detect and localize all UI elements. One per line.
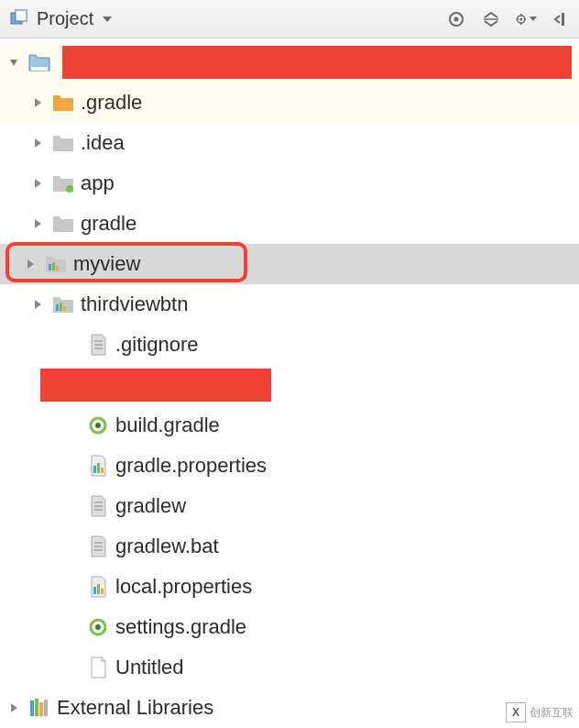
svg-rect-35 — [30, 700, 34, 716]
svg-rect-15 — [63, 306, 66, 311]
gradle-file-icon — [86, 414, 110, 437]
tree-item-label: gradlew — [115, 494, 186, 518]
watermark: X 创新互联 — [506, 702, 574, 722]
folder-icon — [51, 131, 75, 155]
tree-item-gradle-properties[interactable]: gradle.properties — [0, 446, 579, 486]
tree-item-build-gradle[interactable]: build.gradle — [0, 405, 579, 446]
svg-rect-14 — [60, 303, 62, 311]
svg-point-6 — [519, 17, 522, 20]
folder-excluded-icon — [51, 91, 75, 115]
watermark-logo-icon: X — [506, 702, 526, 722]
tree-item-label: build.gradle — [115, 414, 220, 437]
svg-rect-32 — [101, 589, 104, 594]
expand-arrow-icon[interactable] — [29, 138, 46, 149]
svg-rect-21 — [93, 466, 96, 473]
tree-item-label: External Libraries — [57, 696, 213, 720]
svg-rect-38 — [44, 700, 48, 716]
svg-rect-7 — [562, 13, 564, 26]
project-view-icon — [7, 7, 31, 31]
folder-module-icon — [51, 171, 75, 195]
project-toolbar: Project — [0, 0, 579, 39]
text-file-icon — [86, 333, 110, 357]
svg-point-9 — [66, 185, 73, 193]
tree-item-label: myview — [73, 252, 140, 276]
svg-point-3 — [454, 17, 459, 21]
svg-rect-30 — [93, 587, 96, 594]
tree-item-label: Untitled — [115, 656, 184, 679]
hide-panel-icon[interactable] — [550, 8, 572, 30]
properties-file-icon — [86, 575, 110, 599]
tree-item-label: gradlew.bat — [115, 535, 219, 558]
tree-item-gradlew-bat[interactable]: gradlew.bat — [0, 526, 579, 567]
expand-arrow-icon[interactable] — [29, 218, 46, 229]
expand-arrow-icon[interactable] — [29, 299, 46, 310]
folder-icon — [51, 212, 75, 236]
project-root[interactable] — [0, 42, 579, 83]
view-selector[interactable]: Project — [37, 8, 93, 29]
svg-rect-23 — [101, 468, 104, 473]
tree-item-gradle-folder[interactable]: gradle — [0, 204, 579, 244]
svg-rect-36 — [35, 699, 38, 716]
tree-item-thirdviewbtn[interactable]: thirdviewbtn — [0, 284, 579, 325]
module-folder-icon — [44, 252, 68, 276]
svg-rect-13 — [56, 304, 59, 311]
svg-rect-12 — [56, 266, 59, 270]
module-root-icon — [27, 50, 51, 74]
svg-rect-1 — [16, 10, 27, 21]
scroll-from-source-icon[interactable] — [445, 8, 467, 30]
tree-item-local-properties[interactable]: local.properties — [0, 567, 579, 607]
svg-rect-8 — [31, 67, 48, 71]
settings-gear-icon[interactable] — [515, 8, 537, 30]
expand-arrow-icon[interactable] — [29, 178, 46, 189]
text-file-icon — [86, 535, 110, 558]
tree-item-label: thirdviewbtn — [81, 292, 188, 316]
tree-item-label: .gitignore — [115, 333, 199, 357]
expand-arrow-icon[interactable] — [22, 259, 38, 270]
svg-rect-37 — [39, 702, 43, 716]
svg-rect-22 — [97, 463, 100, 473]
tree-item-label: .gradle — [81, 91, 142, 115]
expand-arrow-icon[interactable] — [5, 57, 22, 68]
expand-arrow-icon[interactable] — [5, 702, 22, 713]
tree-item-app[interactable]: app — [0, 163, 579, 204]
tree-item-label: settings.gradle — [115, 615, 246, 639]
external-libraries[interactable]: External Libraries — [0, 688, 579, 728]
tree-item-label: gradle — [81, 212, 137, 236]
tree-item-redacted[interactable] — [0, 365, 579, 405]
tree-item-myview[interactable]: myview — [0, 244, 579, 284]
tree-item-label: app — [81, 171, 115, 195]
project-tree: .gradle .idea app gradle myview thirdvie… — [0, 39, 579, 728]
tree-item-untitled[interactable]: Untitled — [0, 647, 579, 688]
tree-item-settings-gradle[interactable]: settings.gradle — [0, 607, 579, 647]
watermark-text: 创新互联 — [530, 705, 574, 721]
tree-item-label: local.properties — [115, 575, 252, 599]
blank-file-icon — [86, 656, 110, 679]
tree-item-gitignore[interactable]: .gitignore — [0, 325, 579, 365]
svg-point-20 — [95, 423, 101, 428]
tree-item-label: .idea — [81, 131, 125, 155]
svg-rect-31 — [97, 584, 100, 594]
svg-point-34 — [95, 624, 101, 630]
svg-rect-11 — [52, 262, 55, 270]
module-folder-icon — [51, 292, 75, 316]
tree-item-gradlew[interactable]: gradlew — [0, 486, 579, 526]
tree-item-idea[interactable]: .idea — [0, 123, 579, 163]
chevron-down-icon[interactable] — [103, 17, 112, 22]
expand-arrow-icon[interactable] — [29, 97, 46, 108]
text-file-icon — [86, 494, 110, 518]
tree-item-label: gradle.properties — [115, 454, 267, 478]
collapse-all-icon[interactable] — [480, 8, 502, 30]
libraries-icon — [27, 696, 51, 720]
tree-item-gradle-dir[interactable]: .gradle — [0, 83, 579, 123]
gradle-file-icon — [86, 615, 110, 639]
svg-rect-10 — [49, 264, 51, 270]
properties-file-icon — [86, 454, 110, 478]
